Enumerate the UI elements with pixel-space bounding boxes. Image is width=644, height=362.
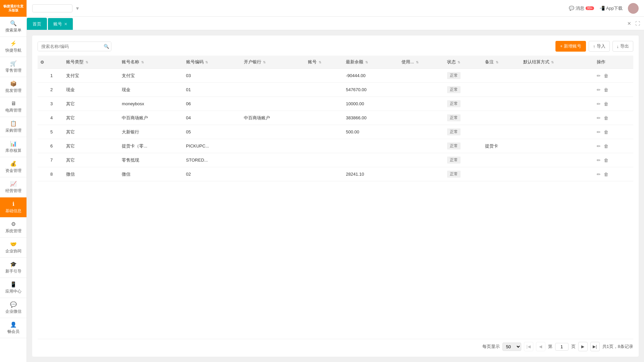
sidebar-item-cooperation[interactable]: 🤝 企业协同 xyxy=(0,238,26,258)
sidebar-item-guide[interactable]: 🎓 新手引导 xyxy=(0,258,26,278)
row-action: ✏ 🗑 xyxy=(594,125,633,139)
sidebar-item-retail[interactable]: 🛒 零售管理 xyxy=(0,57,26,77)
export-button[interactable]: ↓ 导出 xyxy=(612,41,634,52)
topbar-search-input[interactable] xyxy=(32,4,72,12)
row-account xyxy=(305,167,343,181)
sidebar-item-search[interactable]: 🔍 搜索菜单 xyxy=(0,17,26,37)
sidebar-item-guide-label: 新手引导 xyxy=(5,268,21,274)
sidebar: 畅捷通好生意 乐版版 🔍 搜索菜单 ⚡ 快捷导航 🛒 零售管理 📦 批发管理 🖥… xyxy=(0,0,27,362)
edit-button[interactable]: ✏ xyxy=(597,73,601,78)
import-icon: ↑ xyxy=(593,44,595,49)
avatar[interactable] xyxy=(628,3,639,14)
row-action: ✏ 🗑 xyxy=(594,83,633,97)
row-settings xyxy=(38,167,48,181)
delete-button[interactable]: 🗑 xyxy=(604,143,608,149)
col-settlement[interactable]: 默认结算方式 ⇅ xyxy=(521,56,594,69)
table-row: 4 其它 中百商场账户 04 中百商场账户 383866.00 正常 ✏ 🗑 xyxy=(38,111,633,125)
sidebar-item-finance[interactable]: 💰 资金管理 xyxy=(0,157,26,177)
col-status[interactable]: 状态 ⇅ xyxy=(444,56,483,69)
sidebar-item-purchase[interactable]: 📋 采购管理 xyxy=(0,117,26,137)
delete-button[interactable]: 🗑 xyxy=(604,87,608,93)
import-button[interactable]: ↑ 导入 xyxy=(589,41,610,52)
row-settings xyxy=(38,153,48,167)
next-page-btn[interactable]: ▶ xyxy=(578,342,588,351)
sidebar-item-member[interactable]: 👤 畅会员 xyxy=(0,318,26,338)
person-icon: 👤 xyxy=(10,321,17,328)
sort-type-icon: ⇅ xyxy=(86,60,88,64)
sidebar-item-search-label: 搜索菜单 xyxy=(5,27,21,33)
row-name: 支付宝 xyxy=(119,69,183,83)
col-account[interactable]: 账号 ⇅ xyxy=(305,56,343,69)
tab-home[interactable]: 首页 xyxy=(27,18,47,30)
row-settings xyxy=(38,111,48,125)
page-number-input[interactable] xyxy=(555,343,569,351)
row-settlement xyxy=(521,167,594,181)
box-icon: 📦 xyxy=(10,80,17,87)
trend-icon: 📈 xyxy=(10,181,17,187)
delete-button[interactable]: 🗑 xyxy=(604,73,608,78)
delete-button[interactable]: 🗑 xyxy=(604,172,608,177)
sidebar-item-basic[interactable]: ℹ 基础信息 xyxy=(0,197,26,218)
edit-button[interactable]: ✏ xyxy=(597,143,601,149)
add-account-button[interactable]: + 新增账号 xyxy=(555,41,586,52)
sidebar-item-system[interactable]: ⚙ 系统管理 xyxy=(0,218,26,238)
page-size-select[interactable]: 50 20 100 xyxy=(502,343,521,351)
edit-button[interactable]: ✏ xyxy=(597,158,601,163)
search-icon: 🔍 xyxy=(10,20,17,26)
delete-button[interactable]: 🗑 xyxy=(604,129,608,135)
sidebar-item-appcenter[interactable]: 📱 应用中心 xyxy=(0,278,26,298)
edit-button[interactable]: ✏ xyxy=(597,129,601,135)
page-of: 页 xyxy=(571,344,576,350)
sidebar-item-operation[interactable]: 📈 经营管理 xyxy=(0,177,26,197)
sidebar-item-ecommerce[interactable]: 🖥 电商管理 xyxy=(0,97,26,117)
col-bank[interactable]: 开户银行 ⇅ xyxy=(241,56,305,69)
delete-button[interactable]: 🗑 xyxy=(604,158,608,163)
tab-close-all-icon[interactable]: ✕ xyxy=(626,20,633,27)
graduate-icon: 🎓 xyxy=(10,261,17,267)
topbar-left: ▼ xyxy=(32,4,80,12)
sidebar-item-inventory[interactable]: 📊 库存核算 xyxy=(0,137,26,157)
last-page-btn[interactable]: ▶| xyxy=(590,342,600,351)
edit-button[interactable]: ✏ xyxy=(597,101,601,107)
prev-page-btn[interactable]: ◀ xyxy=(536,342,545,351)
delete-button[interactable]: 🗑 xyxy=(604,101,608,107)
row-action: ✏ 🗑 xyxy=(594,69,633,83)
message-item[interactable]: 💬 消息 99+ xyxy=(569,5,594,11)
row-code: 04 xyxy=(183,111,241,125)
tab-account[interactable]: 账号 ✕ xyxy=(48,18,73,30)
tab-fullscreen-icon[interactable]: ⛶ xyxy=(634,20,641,27)
toolbar-right: + 新增账号 ↑ 导入 ↓ 导出 xyxy=(555,41,633,52)
edit-button[interactable]: ✏ xyxy=(597,87,601,93)
col-balance[interactable]: 最新余额 ⇅ xyxy=(343,56,399,69)
col-type[interactable]: 账号类型 ⇅ xyxy=(63,56,119,69)
sidebar-item-quick[interactable]: ⚡ 快捷导航 xyxy=(0,37,26,57)
table-container: ⚙ 账号类型 ⇅ 账号名称 ⇅ 账号编码 xyxy=(38,56,633,335)
row-balance: 500.00 xyxy=(343,125,399,139)
col-code[interactable]: 账号编码 ⇅ xyxy=(183,56,241,69)
row-settlement xyxy=(521,69,594,83)
search-box: 🔍 xyxy=(38,42,111,51)
col-no xyxy=(48,56,63,69)
edit-button[interactable]: ✏ xyxy=(597,172,601,177)
search-input[interactable] xyxy=(38,42,101,51)
col-usage[interactable]: 使用... ⇅ xyxy=(399,56,444,69)
app-download-item[interactable]: 📲 App下载 xyxy=(599,5,623,11)
col-note[interactable]: 备注 ⇅ xyxy=(482,56,520,69)
sidebar-item-member-label: 畅会员 xyxy=(7,329,19,335)
row-balance: 547670.00 xyxy=(343,83,399,97)
edit-button[interactable]: ✏ xyxy=(597,115,601,121)
col-name[interactable]: 账号名称 ⇅ xyxy=(119,56,183,69)
first-page-btn[interactable]: |◀ xyxy=(524,342,533,351)
delete-button[interactable]: 🗑 xyxy=(604,115,608,121)
sidebar-item-wechat[interactable]: 💬 企业微信 xyxy=(0,298,26,318)
tab-close-icon[interactable]: ✕ xyxy=(64,22,67,26)
row-action: ✏ 🗑 xyxy=(594,111,633,125)
row-usage xyxy=(399,111,444,125)
topbar-dropdown-icon[interactable]: ▼ xyxy=(75,6,80,11)
status-badge: 正常 xyxy=(447,72,461,79)
col-settings[interactable]: ⚙ xyxy=(38,56,48,69)
sidebar-item-wholesale[interactable]: 📦 批发管理 xyxy=(0,77,26,97)
row-no: 4 xyxy=(48,111,63,125)
search-button[interactable]: 🔍 xyxy=(101,42,111,51)
sort-bank-icon: ⇅ xyxy=(263,60,266,64)
